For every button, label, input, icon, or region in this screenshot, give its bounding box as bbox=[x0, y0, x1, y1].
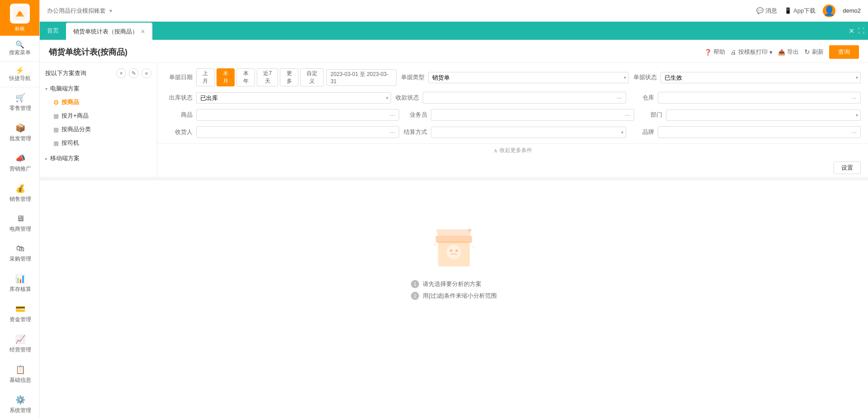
app-download-btn[interactable]: 📱 App下载 bbox=[784, 7, 816, 15]
sidebar-item-finance-label: 资金管理 bbox=[9, 316, 31, 323]
sidebar-item-marketing-label: 营销推广 bbox=[9, 165, 31, 173]
sidebar-item-ecommerce[interactable]: 🖥 电商管理 bbox=[0, 209, 39, 238]
goods-dots[interactable]: ··· bbox=[390, 111, 396, 119]
paystatus-dots[interactable]: ··· bbox=[617, 94, 622, 101]
refresh-label: 刷新 bbox=[812, 48, 824, 56]
scheme-item-month-goods[interactable]: ▦ 按月+商品 bbox=[40, 109, 157, 123]
sidebar-item-marketing[interactable]: 📣 营销推广 bbox=[0, 148, 39, 178]
tab-sales-report-label: 销货单统计表（按商品） bbox=[73, 28, 138, 36]
filter-row-1: 单据日期 上月 本月 本年 近7天 更多 自定义 2023-03-01 至 20… bbox=[165, 68, 861, 86]
filter-doctype-wrapper: 销货单 bbox=[428, 72, 628, 83]
date-btn-this-year[interactable]: 本年 bbox=[236, 68, 255, 86]
sidebar-quicknav-label: 快捷导航 bbox=[2, 75, 38, 82]
tab-bar: 首页 销货单统计表（按商品） ✕ ✕ ⛶ bbox=[40, 22, 868, 40]
collapse-bar[interactable]: ∧ 收起更多条件 bbox=[157, 143, 868, 157]
filter-doctype-select[interactable]: 销货单 bbox=[428, 72, 628, 83]
sidebar-item-purchase-label: 采购管理 bbox=[9, 255, 31, 263]
sidebar-item-system[interactable]: ⚙️ 系统管理 bbox=[0, 390, 39, 418]
sidebar-item-purchase[interactable]: 🛍 采购管理 bbox=[0, 238, 39, 268]
date-btn-more[interactable]: 更多 bbox=[280, 68, 298, 86]
app-title: 办公用品行业模拟账套 bbox=[47, 7, 106, 15]
filter-row-3: 商品 ··· 业务员 ··· 部门 bbox=[165, 109, 861, 121]
date-btn-this-month[interactable]: 本月 bbox=[217, 68, 235, 86]
filter-row-4: 收货人 ··· 结算方式 品牌 bbox=[165, 126, 861, 138]
filter-paystatus-label: 收款状态 bbox=[391, 94, 423, 102]
sidebar-item-inventory[interactable]: 📊 库存核算 bbox=[0, 268, 39, 299]
filter-goods-input[interactable]: ··· bbox=[196, 109, 399, 121]
date-range-display[interactable]: 2023-03-01 至 2023-03-31 bbox=[326, 69, 396, 86]
scheme-header: 按以下方案查询 + ✎ « bbox=[40, 66, 157, 80]
tab-close-window-btn[interactable]: ✕ bbox=[849, 27, 854, 35]
scheme-group-pc-header[interactable]: ▾ 电脑端方案 bbox=[40, 82, 157, 95]
app-dropdown-icon[interactable]: ▾ bbox=[109, 8, 112, 14]
filter-salesman-label: 业务员 bbox=[399, 111, 431, 119]
message-label: 消息 bbox=[765, 7, 777, 15]
sidebar-item-retail[interactable]: 🛒 零售管理 bbox=[0, 87, 39, 118]
filter-form-area: 单据日期 上月 本月 本年 近7天 更多 自定义 2023-03-01 至 20… bbox=[157, 63, 868, 177]
filter-paystatus-input[interactable]: ··· bbox=[423, 92, 626, 104]
filter-docstatus-select[interactable]: 已生效 bbox=[660, 72, 861, 83]
top-header: 办公用品行业模拟账套 ▾ 💬 消息 📱 App下载 👤 demo2 bbox=[40, 0, 868, 22]
logo-icon bbox=[10, 4, 30, 24]
empty-illustration: ✦ ✦ ✦ bbox=[427, 217, 481, 271]
scheme-group-mobile: ▸ 移动端方案 bbox=[40, 152, 157, 165]
filter-receiver-input[interactable]: ··· bbox=[196, 126, 399, 138]
app-download-icon: 📱 bbox=[784, 7, 792, 14]
export-btn[interactable]: 📤 导出 bbox=[778, 48, 799, 56]
scheme-edit-btn[interactable]: ✎ bbox=[129, 68, 139, 78]
filter-settle-select[interactable] bbox=[431, 127, 626, 138]
sidebar-search[interactable]: 🔍 搜索菜单 bbox=[0, 36, 39, 62]
receiver-dots[interactable]: ··· bbox=[390, 128, 396, 136]
scheme-add-icon: + bbox=[119, 70, 123, 76]
sidebar-item-sales-label: 销售管理 bbox=[9, 195, 31, 203]
refresh-btn[interactable]: ↻ 刷新 bbox=[804, 48, 824, 56]
message-btn[interactable]: 💬 消息 bbox=[756, 7, 777, 15]
header-left: 办公用品行业模拟账套 ▾ bbox=[47, 7, 112, 15]
tab-close-btn[interactable]: ✕ bbox=[141, 28, 145, 35]
scheme-header-title: 按以下方案查询 bbox=[45, 69, 86, 77]
warehouse-dots[interactable]: ··· bbox=[851, 94, 857, 101]
sidebar-quicknav[interactable]: ⚡ 快捷导航 bbox=[0, 62, 39, 87]
filter-warehouse-input[interactable]: ··· bbox=[658, 92, 861, 104]
scheme-item-label-2: 按月+商品 bbox=[61, 112, 89, 120]
print-icon: 🖨 bbox=[731, 49, 736, 56]
tab-expand-btn[interactable]: ⛶ bbox=[858, 27, 864, 34]
empty-hint-1: 1 请先选择要分析的方案 bbox=[411, 280, 496, 288]
svg-point-4 bbox=[447, 245, 461, 259]
filter-dept-wrapper bbox=[666, 109, 861, 121]
scheme-add-btn[interactable]: + bbox=[116, 68, 126, 78]
salesman-dots[interactable]: ··· bbox=[625, 111, 630, 119]
date-btn-7days[interactable]: 近7天 bbox=[257, 68, 278, 86]
filter-salesman-input[interactable]: ··· bbox=[431, 109, 634, 121]
filter-outstatus-select[interactable]: 已出库 bbox=[196, 92, 391, 104]
sidebar-item-basic[interactable]: 📋 基础信息 bbox=[0, 359, 39, 390]
filter-brand-input[interactable]: ··· bbox=[658, 126, 861, 138]
date-btn-custom[interactable]: 自定义 bbox=[300, 68, 324, 86]
scheme-item-category[interactable]: ▦ 按商品分类 bbox=[40, 123, 157, 136]
message-icon: 💬 bbox=[756, 7, 764, 14]
collapse-label: 收起更多条件 bbox=[500, 147, 532, 154]
ecommerce-icon: 🖥 bbox=[16, 214, 24, 223]
sidebar-item-wholesale[interactable]: 📦 批发管理 bbox=[0, 118, 39, 148]
sidebar-item-finance[interactable]: 💳 资金管理 bbox=[0, 299, 39, 329]
filter-dept-select[interactable] bbox=[666, 109, 861, 121]
query-btn[interactable]: 查询 bbox=[829, 45, 859, 59]
tab-sales-report[interactable]: 销货单统计表（按商品） ✕ bbox=[66, 23, 152, 41]
scheme-item-by-goods[interactable]: ⊙ 按商品 bbox=[40, 95, 157, 109]
scheme-panel: 按以下方案查询 + ✎ « bbox=[40, 63, 157, 177]
user-name[interactable]: demo2 bbox=[843, 7, 861, 14]
sidebar-item-wholesale-label: 批发管理 bbox=[9, 135, 31, 142]
date-btn-last-month[interactable]: 上月 bbox=[196, 68, 215, 86]
logo-area[interactable]: 标账 bbox=[0, 0, 39, 36]
tab-home[interactable]: 首页 bbox=[40, 22, 66, 40]
sidebar-item-sales[interactable]: 💰 销售管理 bbox=[0, 178, 39, 209]
print-btn[interactable]: 🖨 按模板打印 ▾ bbox=[731, 48, 773, 56]
help-btn[interactable]: ❓ 帮助 bbox=[704, 48, 725, 56]
settings-btn[interactable]: 设置 bbox=[834, 162, 861, 174]
sidebar-item-operation[interactable]: 📈 经营管理 bbox=[0, 329, 39, 359]
scheme-collapse-btn[interactable]: « bbox=[142, 68, 151, 78]
scheme-group-mobile-header[interactable]: ▸ 移动端方案 bbox=[40, 152, 157, 165]
brand-dots[interactable]: ··· bbox=[851, 128, 857, 136]
scheme-item-driver[interactable]: ▦ 按司机 bbox=[40, 136, 157, 150]
user-avatar[interactable]: 👤 bbox=[823, 5, 835, 17]
